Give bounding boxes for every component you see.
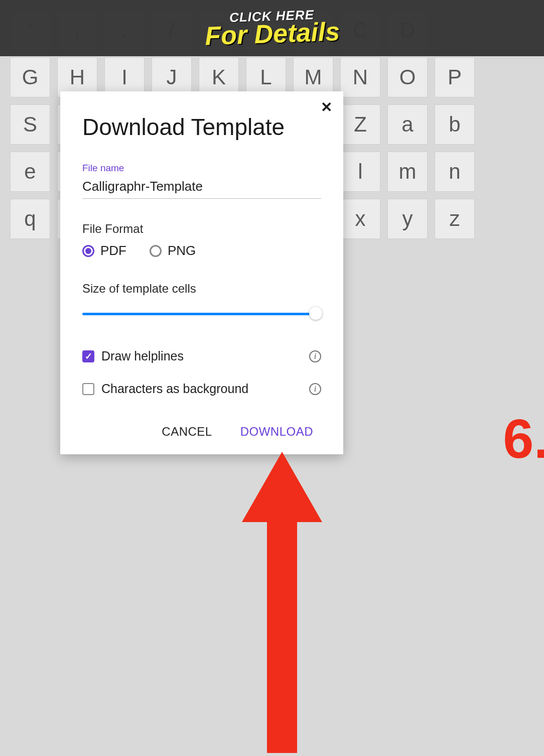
promo-banner[interactable]: CLICK HERE For Details xyxy=(0,0,544,56)
character-cell[interactable]: e xyxy=(10,152,50,192)
dialog-title: Download Template xyxy=(82,113,321,141)
character-cell[interactable]: n xyxy=(435,152,475,192)
file-name-label: File name xyxy=(82,163,321,174)
character-cell[interactable]: y xyxy=(387,199,428,239)
character-cell[interactable]: P xyxy=(435,57,475,97)
character-cell[interactable]: G xyxy=(10,57,50,97)
character-cell[interactable]: l xyxy=(340,152,380,192)
file-name-input[interactable] xyxy=(82,177,321,199)
info-icon[interactable]: i xyxy=(309,350,321,362)
draw-helplines-label: Draw helplines xyxy=(101,349,302,363)
cell-size-slider[interactable] xyxy=(82,307,321,321)
pointer-arrow-icon xyxy=(242,452,322,753)
cancel-button[interactable]: CANCEL xyxy=(159,424,215,439)
close-icon[interactable]: ✕ xyxy=(321,100,332,114)
character-cell[interactable]: b xyxy=(435,104,475,145)
character-cell[interactable]: m xyxy=(387,152,428,192)
chars-background-label: Characters as background xyxy=(101,382,302,396)
chars-background-row: Characters as background i xyxy=(82,382,321,396)
file-format-label: File Format xyxy=(82,222,321,236)
character-cell[interactable]: z xyxy=(435,199,475,239)
file-format-radio-group: PDF PNG xyxy=(82,243,321,259)
radio-png-label: PNG xyxy=(168,243,196,259)
chars-background-checkbox[interactable] xyxy=(82,383,94,395)
cell-size-label: Size of template cells xyxy=(82,282,321,296)
info-icon[interactable]: i xyxy=(309,383,321,395)
draw-helplines-checkbox[interactable]: ✓ xyxy=(82,350,94,362)
character-cell[interactable]: Z xyxy=(340,104,380,145)
radio-png[interactable]: PNG xyxy=(150,243,196,259)
character-cell[interactable]: a xyxy=(387,104,428,145)
draw-helplines-row: ✓ Draw helplines i xyxy=(82,349,321,363)
download-template-dialog: ✕ Download Template File name File Forma… xyxy=(60,91,343,454)
download-button[interactable]: DOWNLOAD xyxy=(237,424,316,439)
slider-thumb[interactable] xyxy=(309,307,322,320)
banner-line-2: For Details xyxy=(204,18,340,49)
character-cell[interactable]: O xyxy=(387,57,428,97)
step-number: 6. xyxy=(503,407,544,470)
character-cell[interactable]: q xyxy=(10,199,50,239)
radio-icon xyxy=(150,245,162,257)
dialog-actions: CANCEL DOWNLOAD xyxy=(82,424,321,439)
slider-track xyxy=(82,313,321,315)
svg-marker-0 xyxy=(242,452,322,753)
banner-text: CLICK HERE For Details xyxy=(204,7,340,49)
radio-pdf[interactable]: PDF xyxy=(82,243,126,259)
character-cell[interactable]: x xyxy=(340,199,380,239)
radio-pdf-label: PDF xyxy=(100,243,126,259)
radio-icon xyxy=(82,245,94,257)
character-cell[interactable]: S xyxy=(10,104,50,145)
character-cell[interactable]: N xyxy=(340,57,380,97)
